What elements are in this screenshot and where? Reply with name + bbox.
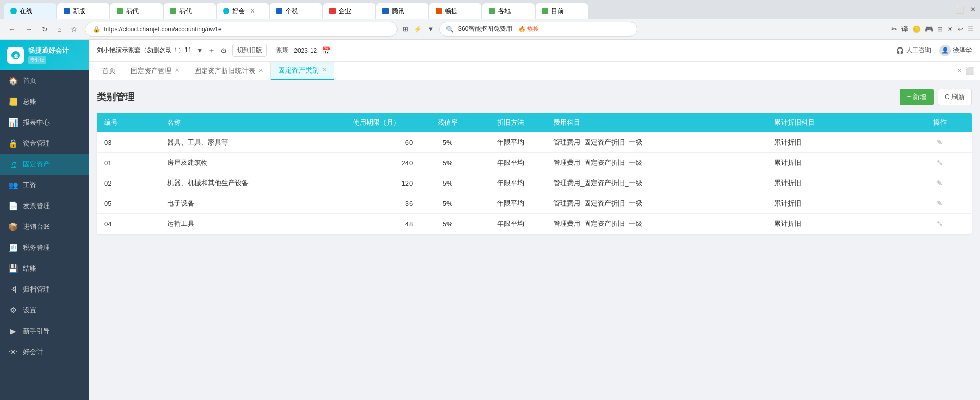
tab-label-8: 腾讯 [392, 7, 404, 16]
tab-label-9: 畅提 [445, 7, 457, 16]
cell-period-0: 60 [333, 132, 420, 153]
page-tab-depreciation[interactable]: 固定资产折旧统计表 ✕ [187, 62, 271, 80]
search-bar[interactable]: 🔍 360智能抠图免费用 🔥 热搜 [439, 22, 637, 37]
grid-icon[interactable]: ⊞ [937, 25, 943, 33]
sidebar-item-home[interactable]: 🏠 首页 [0, 70, 89, 91]
cell-code-4: 04 [97, 214, 160, 234]
edit-icon-2[interactable]: ✎ [937, 179, 943, 187]
gear-icon[interactable]: ⚙ [220, 46, 227, 55]
cell-residual-0: 5% [420, 132, 475, 153]
sidebar-item-help[interactable]: 👁 好会计 [0, 342, 89, 362]
tab-close-icon[interactable]: ✕ [957, 67, 962, 75]
cell-code-2: 02 [97, 173, 160, 193]
help-icon: 👁 [8, 348, 18, 357]
page-tab-asset-category[interactable]: 固定资产类别 ✕ [271, 62, 334, 80]
url-bar[interactable]: 🔒 https://cloud.chanjet.com/accounting/u… [85, 22, 398, 37]
browser-tab-1[interactable]: 在线 [4, 3, 56, 19]
sidebar-item-tax[interactable]: 🧾 税务管理 [0, 237, 89, 258]
dropdown-icon[interactable]: ▼ [427, 25, 434, 33]
browser-tab-11[interactable]: 目前 [536, 3, 588, 19]
page-tab-home[interactable]: 首页 [95, 62, 123, 80]
browser-tab-7[interactable]: 企业 [323, 3, 375, 19]
sidebar-item-payroll[interactable]: 👥 工资 [0, 175, 89, 196]
browser-tab-2[interactable]: 新版 [57, 3, 109, 19]
sidebar-item-settings[interactable]: ⚙ 设置 [0, 300, 89, 321]
browser-tab-4[interactable]: 易代 [164, 3, 216, 19]
app-layout: 会 畅捷通好会计 专业版 🏠 首页 📒 总账 📊 报表中心 🔒 资金管理 [0, 40, 980, 400]
switch-version-button[interactable]: 切到旧版 [232, 44, 267, 57]
url-text: https://cloud.chanjet.com/accounting/uw1… [104, 26, 221, 33]
browser-tab-10[interactable]: 各地 [482, 3, 535, 19]
win-minimize[interactable]: — [942, 6, 949, 14]
cell-period-1: 240 [333, 153, 420, 173]
main-content: 刘小艳演示账套（勿删勿动！）11 ▼ ＋ ⚙ 切到旧版 账期 2023-12 📅… [89, 40, 980, 400]
browser-tab-9[interactable]: 畅提 [429, 3, 481, 19]
archive-icon: 🗄 [8, 285, 18, 294]
win-close[interactable]: ✕ [970, 6, 976, 14]
sidebar-item-inventory[interactable]: 📦 进销台账 [0, 216, 89, 237]
win-maximize[interactable]: ⬜ [956, 6, 964, 14]
sidebar-item-fixed-assets[interactable]: 🖨 固定资产 [0, 154, 89, 175]
forward-button[interactable]: → [23, 23, 34, 35]
page-tab-asset-category-close[interactable]: ✕ [322, 67, 327, 74]
cell-action-1: ✎ [909, 153, 972, 173]
cell-residual-3: 5% [420, 193, 475, 214]
dropdown-arrow[interactable]: ▼ [196, 47, 203, 54]
browser-chrome: 在线 新版 易代 易代 好会 ✕ 个税 企业 腾讯 [0, 0, 980, 19]
logo-badge: 专业版 [28, 56, 46, 64]
wallet-icon[interactable]: 🪙 [912, 25, 921, 33]
tab-label-1: 在线 [20, 7, 32, 16]
page-tab-fixed-assets-mgmt-close[interactable]: ✕ [175, 67, 179, 74]
page-tab-fixed-assets-mgmt[interactable]: 固定资产管理 ✕ [123, 62, 187, 80]
settings-sidebar-icon: ⚙ [8, 306, 18, 315]
undo-icon[interactable]: ↩ [958, 25, 963, 33]
tab-label-10: 各地 [498, 7, 511, 16]
add-button[interactable]: + 新增 [900, 89, 934, 105]
sidebar-item-settlement[interactable]: 💾 结账 [0, 258, 89, 279]
tab-label-5: 好会 [232, 7, 245, 16]
cell-action-3: ✎ [909, 193, 972, 214]
menu-icon[interactable]: ☰ [967, 25, 974, 33]
sidebar-item-reports-label: 报表中心 [23, 118, 50, 127]
home-button[interactable]: ⌂ [55, 23, 64, 35]
sidebar-item-archive[interactable]: 🗄 归档管理 [0, 279, 89, 300]
col-name: 名称 [160, 113, 333, 132]
browser-tab-8[interactable]: 腾讯 [376, 3, 428, 19]
browser-tab-6[interactable]: 个税 [270, 3, 322, 19]
calendar-icon[interactable]: 📅 [322, 46, 331, 55]
sidebar-item-archive-label: 归档管理 [23, 285, 50, 294]
edit-icon-0[interactable]: ✎ [937, 138, 943, 147]
sidebar-item-reports[interactable]: 📊 报表中心 [0, 112, 89, 133]
page-tab-fixed-assets-mgmt-label: 固定资产管理 [131, 66, 171, 76]
refresh-button[interactable]: C 刷新 [938, 89, 972, 105]
cell-residual-1: 5% [420, 153, 475, 173]
browser-tab-5-close[interactable]: ✕ [250, 8, 255, 15]
bookmark-button[interactable]: ☆ [69, 23, 80, 35]
edit-icon-4[interactable]: ✎ [937, 220, 943, 228]
browser-tab-5[interactable]: 好会 ✕ [217, 3, 269, 19]
settings-icon[interactable]: ☀ [947, 25, 953, 33]
scissors-icon[interactable]: ✂ [891, 25, 897, 33]
sidebar-item-tax-label: 税务管理 [23, 243, 50, 252]
consult-action[interactable]: 🎧 人工咨询 [896, 46, 931, 55]
reload-button[interactable]: ↻ [40, 23, 50, 35]
translate-icon[interactable]: 译 [901, 25, 908, 34]
tab-expand-icon[interactable]: ⬜ [965, 67, 974, 75]
add-account-icon[interactable]: ＋ [208, 46, 215, 55]
sidebar-item-guide[interactable]: ▶ 新手引导 [0, 321, 89, 342]
game-icon[interactable]: 🎮 [925, 25, 933, 33]
edit-icon-3[interactable]: ✎ [937, 199, 943, 208]
edit-icon-1[interactable]: ✎ [937, 159, 943, 167]
browser-tab-3[interactable]: 易代 [110, 3, 163, 19]
search-icon: 🔍 [446, 26, 454, 33]
page-tab-depreciation-close[interactable]: ✕ [258, 67, 263, 74]
sidebar-item-invoice[interactable]: 📄 发票管理 [0, 196, 89, 216]
sidebar-item-funds[interactable]: 🔒 资金管理 [0, 133, 89, 154]
table-row: 05 电子设备 36 5% 年限平均 管理费用_固定资产折旧_一级 累计折旧 ✎ [97, 193, 972, 214]
app-header: 刘小艳演示账套（勿删勿动！）11 ▼ ＋ ⚙ 切到旧版 账期 2023-12 📅… [89, 40, 980, 62]
logo-text-group: 畅捷通好会计 专业版 [28, 46, 69, 64]
back-button[interactable]: ← [6, 23, 18, 35]
logo-title: 畅捷通好会计 [28, 46, 69, 55]
sidebar-item-ledger[interactable]: 📒 总账 [0, 91, 89, 112]
cell-period-3: 36 [333, 193, 420, 214]
